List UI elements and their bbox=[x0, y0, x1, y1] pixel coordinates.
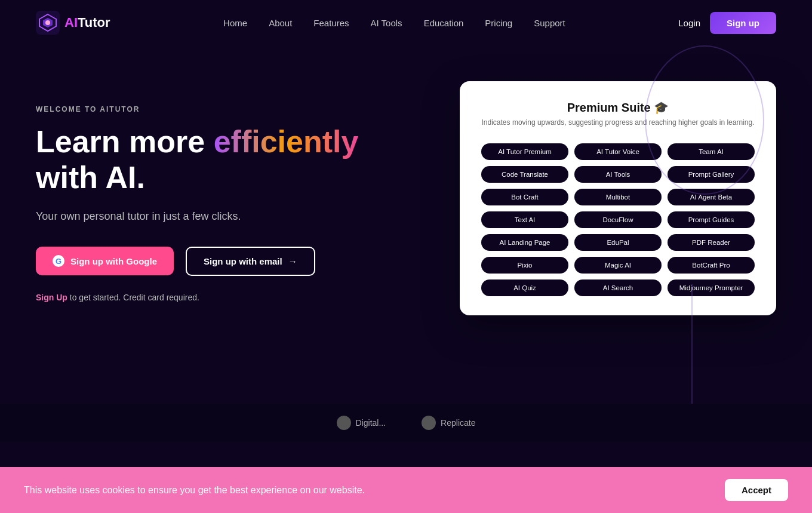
card-chip: AI Quiz bbox=[481, 279, 568, 296]
nav-about[interactable]: About bbox=[269, 18, 292, 28]
navbar: AITutor Home About Features AI Tools Edu… bbox=[0, 0, 812, 45]
hero-section: WELCOME TO AITUTOR Learn more efficientl… bbox=[0, 45, 812, 404]
nav-features[interactable]: Features bbox=[313, 18, 349, 28]
hero-right: Premium Suite 🎓 Indicates moving upwards… bbox=[370, 81, 776, 315]
footer-logo-icon-2 bbox=[422, 416, 436, 430]
nav-pricing[interactable]: Pricing bbox=[485, 18, 512, 28]
hero-buttons: G Sign up with Google Sign up with email… bbox=[36, 247, 370, 276]
footer-brand-2: Replicate bbox=[422, 416, 475, 430]
cookie-banner: This website uses cookies to ensure you … bbox=[0, 467, 812, 513]
signup-nav-button[interactable]: Sign up bbox=[710, 12, 776, 34]
card-title: Premium Suite 🎓 bbox=[481, 100, 755, 115]
cookie-text: This website uses cookies to ensure you … bbox=[24, 485, 365, 496]
card-chip: Midjourney Prompter bbox=[668, 279, 755, 296]
card-chip: Prompt Guides bbox=[668, 211, 755, 228]
footer-strip: Digital... Replicate bbox=[0, 404, 812, 442]
card-chip: AI Agent Beta bbox=[668, 189, 755, 205]
btn-google-label: Sign up with Google bbox=[70, 256, 157, 266]
hero-title-start: Learn more bbox=[36, 124, 214, 159]
hero-left: WELCOME TO AITUTOR Learn more efficientl… bbox=[36, 81, 370, 302]
nav-education[interactable]: Education bbox=[424, 18, 464, 28]
logo[interactable]: AITutor bbox=[36, 11, 110, 35]
hero-title: Learn more efficiently with AI. bbox=[36, 124, 370, 196]
card-chip: Team AI bbox=[668, 143, 755, 160]
card-chip: PDF Reader bbox=[668, 234, 755, 251]
card-chip: Pixio bbox=[481, 257, 568, 274]
card-chip: BotCraft Pro bbox=[668, 257, 755, 274]
arrow-right-icon: → bbox=[288, 256, 297, 266]
nav-support[interactable]: Support bbox=[534, 18, 565, 28]
card-chip: DocuFlow bbox=[574, 211, 662, 228]
google-icon: G bbox=[53, 255, 64, 267]
card-chip: Text AI bbox=[481, 211, 568, 228]
signup-email-button[interactable]: Sign up with email → bbox=[186, 247, 315, 276]
signup-link[interactable]: Sign Up bbox=[36, 293, 67, 302]
card-chip: Magic AI bbox=[574, 257, 662, 274]
logo-icon bbox=[36, 11, 60, 35]
hero-subtitle: Your own personal tutor in just a few cl… bbox=[36, 210, 370, 223]
footer-brand-label-2: Replicate bbox=[441, 418, 475, 428]
footer-brand-1: Digital... bbox=[337, 416, 386, 430]
card-chip-grid: AI Tutor PremiumAI Tutor VoiceTeam AICod… bbox=[481, 143, 755, 296]
card-chip: Code Translate bbox=[481, 166, 568, 183]
nav-ai-tools[interactable]: AI Tools bbox=[371, 18, 402, 28]
hero-title-highlight: efficiently bbox=[214, 124, 359, 159]
premium-card: Premium Suite 🎓 Indicates moving upwards… bbox=[460, 81, 776, 315]
login-button[interactable]: Login bbox=[678, 18, 700, 28]
nav-home[interactable]: Home bbox=[223, 18, 247, 28]
hero-title-end: with AI. bbox=[36, 160, 145, 195]
card-chip: Bot Craft bbox=[481, 189, 568, 205]
logo-text: AITutor bbox=[64, 15, 110, 30]
footer-logo-icon-1 bbox=[337, 416, 351, 430]
bg-line-decoration bbox=[691, 284, 693, 404]
nav-links: Home About Features AI Tools Education P… bbox=[223, 18, 565, 28]
card-subtitle: Indicates moving upwards, suggesting pro… bbox=[481, 118, 755, 127]
svg-point-3 bbox=[45, 20, 50, 25]
card-chip: Prompt Gallery bbox=[668, 166, 755, 183]
nav-actions: Login Sign up bbox=[678, 12, 776, 34]
card-chip: AI Tutor Premium bbox=[481, 143, 568, 160]
card-chip: AI Tools bbox=[574, 166, 662, 183]
card-chip: EduPal bbox=[574, 234, 662, 251]
signup-google-button[interactable]: G Sign up with Google bbox=[36, 247, 174, 275]
btn-email-label: Sign up with email bbox=[204, 256, 282, 266]
footer-brand-label-1: Digital... bbox=[356, 418, 386, 428]
hero-note-suffix: to get started. Credit card required. bbox=[67, 293, 199, 302]
cookie-accept-button[interactable]: Accept bbox=[725, 479, 788, 501]
card-chip: AI Search bbox=[574, 279, 662, 296]
card-chip: AI Landing Page bbox=[481, 234, 568, 251]
card-chip: AI Tutor Voice bbox=[574, 143, 662, 160]
hero-note: Sign Up to get started. Credit card requ… bbox=[36, 293, 370, 302]
hero-eyebrow: WELCOME TO AITUTOR bbox=[36, 105, 370, 113]
card-chip: Multibot bbox=[574, 189, 662, 205]
